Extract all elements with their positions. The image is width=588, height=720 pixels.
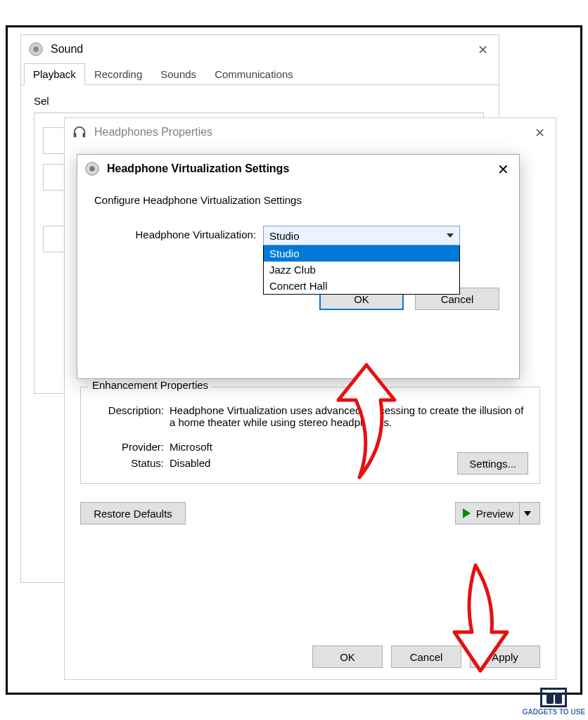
virt-titlebar: Headphone Virtualization Settings ✕ xyxy=(77,155,519,183)
select-option-studio[interactable]: Studio xyxy=(264,245,459,262)
svg-rect-3 xyxy=(83,133,86,137)
play-icon xyxy=(463,508,471,518)
headphones-icon xyxy=(72,124,87,140)
svg-rect-2 xyxy=(74,133,77,137)
select-value: Studio xyxy=(269,230,300,242)
preview-button[interactable]: Preview xyxy=(455,502,540,525)
watermark: GADGETS TO USE xyxy=(523,688,585,716)
tab-recording[interactable]: Recording xyxy=(85,63,151,84)
close-icon[interactable]: ✕ xyxy=(472,39,493,60)
hp-bottom-buttons: OK Cancel Apply xyxy=(312,645,540,668)
cancel-button[interactable]: Cancel xyxy=(391,645,461,668)
virt-title: Headphone Virtualization Settings xyxy=(107,162,289,175)
description-label: Description: xyxy=(92,404,170,428)
hp-title: Headphones Properties xyxy=(94,126,212,139)
enhancement-properties-group: Enhancement Properties Description: Head… xyxy=(80,387,540,484)
description-value: Headphone Virtualization uses advanced p… xyxy=(170,404,528,428)
virt-config-text: Configure Headphone Virtualization Setti… xyxy=(94,194,502,206)
restore-defaults-button[interactable]: Restore Defaults xyxy=(80,502,186,525)
virt-label: Headphone Virtualization: xyxy=(94,226,256,240)
tab-playback[interactable]: Playback xyxy=(24,63,85,85)
ok-button[interactable]: OK xyxy=(312,645,383,668)
select-dropdown: Studio Jazz Club Concert Hall xyxy=(263,245,460,295)
chevron-down-icon xyxy=(447,233,454,238)
screenshot-frame: Sound ✕ Playback Recording Sounds Commun… xyxy=(6,25,582,695)
chevron-down-icon xyxy=(524,511,531,516)
sound-titlebar: Sound ✕ xyxy=(21,35,499,63)
preview-dropdown-toggle[interactable] xyxy=(519,503,535,524)
select-option-jazz-club[interactable]: Jazz Club xyxy=(264,262,459,278)
select-display[interactable]: Studio xyxy=(263,226,460,245)
speaker-icon xyxy=(84,161,100,176)
hp-titlebar: Headphones Properties ✕ xyxy=(65,118,556,146)
apply-button[interactable]: Apply xyxy=(470,645,540,668)
sound-tabs: Playback Recording Sounds Communications xyxy=(21,63,499,85)
speaker-icon xyxy=(28,41,44,57)
close-icon[interactable]: ✕ xyxy=(492,159,513,180)
status-label: Status: xyxy=(92,457,170,469)
provider-value: Microsoft xyxy=(170,441,528,453)
group-title: Enhancement Properties xyxy=(88,379,212,391)
tab-communications[interactable]: Communications xyxy=(205,63,302,84)
tab-sounds[interactable]: Sounds xyxy=(151,63,205,84)
virtualization-select[interactable]: Studio Studio Jazz Club Concert Hall xyxy=(263,226,460,245)
close-icon[interactable]: ✕ xyxy=(529,122,550,143)
sound-title: Sound xyxy=(51,43,83,56)
select-device-text: Sel xyxy=(34,95,486,107)
preview-label: Preview xyxy=(476,508,513,520)
virtualization-settings-dialog: Headphone Virtualization Settings ✕ Conf… xyxy=(77,154,520,379)
provider-label: Provider: xyxy=(92,441,170,453)
select-option-concert-hall[interactable]: Concert Hall xyxy=(264,278,459,294)
settings-button[interactable]: Settings... xyxy=(457,452,528,475)
svg-point-1 xyxy=(33,46,38,51)
svg-point-5 xyxy=(89,166,94,171)
